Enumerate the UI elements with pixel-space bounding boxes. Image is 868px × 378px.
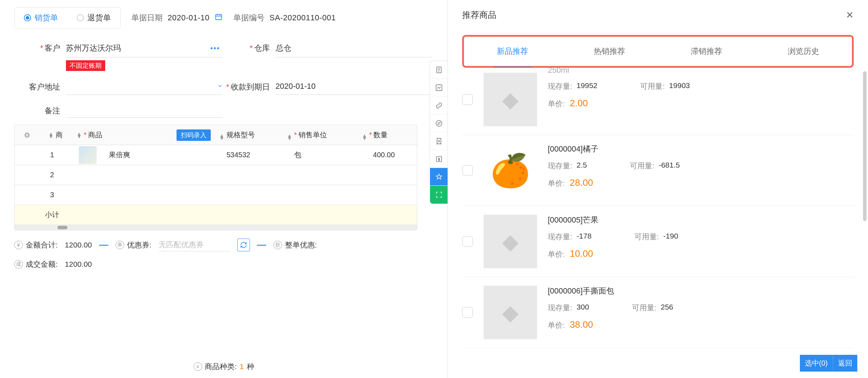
product-name: [0000006]手撕面包 — [548, 286, 854, 296]
minus-icon: — — [99, 239, 108, 250]
product-checkbox[interactable] — [462, 236, 473, 247]
remark-label: 备注 — [45, 106, 60, 115]
tool-currency-icon[interactable] — [430, 150, 448, 168]
refresh-button[interactable] — [237, 239, 250, 251]
warehouse-label: 仓库 — [254, 44, 270, 52]
product-checkbox[interactable] — [462, 165, 473, 176]
warehouse-input[interactable]: 总仓 — [276, 39, 433, 57]
tab-browse-history[interactable]: 浏览历史 — [755, 37, 852, 66]
recommend-panel: 推荐商品 ✕ 新品推荐 热销推荐 滞销推荐 浏览历史 ◆ 250ml 现存量:1… — [448, 0, 868, 378]
available-value: -190 — [663, 232, 678, 242]
price-label: 单价: — [548, 178, 565, 188]
sort-icon[interactable]: ▲▼ — [287, 134, 292, 140]
tab-return-label: 退货单 — [87, 12, 111, 23]
product-list: ◆ 250ml 现存量:19952 可用量:19903 单价:2.00 🍊 [0… — [448, 64, 868, 378]
stock-value: 300 — [577, 303, 589, 313]
stock-value: 2.5 — [577, 161, 587, 171]
tab-sales-order[interactable]: 销货单 — [15, 7, 67, 28]
col-unit: 销售单位 — [298, 131, 327, 139]
recommend-tabs-highlight: 新品推荐 热销推荐 滞销推荐 浏览历史 — [462, 35, 854, 68]
close-icon[interactable]: ✕ — [846, 10, 854, 21]
radio-selected-icon — [24, 14, 31, 21]
gear-icon[interactable]: ⚙ — [24, 131, 30, 139]
more-icon[interactable]: ••• — [210, 44, 220, 52]
tool-star-icon[interactable] — [430, 168, 448, 186]
product-image: ◆ — [484, 286, 537, 339]
tool-notes-icon[interactable] — [430, 61, 448, 79]
tool-transfer-icon[interactable] — [430, 114, 448, 132]
stock-label: 现存量: — [548, 303, 572, 313]
radio-unselected-icon — [77, 14, 84, 21]
list-item[interactable]: ◆ [0000006]手撕面包 现存量:300 可用量:256 单价:38.00 — [462, 277, 854, 348]
customer-label: 客户 — [45, 44, 60, 52]
stock-value: 19952 — [577, 81, 597, 91]
available-value: 19903 — [669, 81, 690, 91]
discount-icon: 折 — [274, 241, 282, 249]
tab-slow-products[interactable]: 滞销推荐 — [658, 37, 755, 66]
price-value: 10.00 — [570, 248, 593, 259]
sort-icon[interactable]: ▲▼ — [219, 134, 224, 140]
price-value: 2.00 — [570, 98, 588, 109]
available-label: 可用量: — [630, 161, 654, 171]
selected-count-button[interactable]: 选中(0) — [800, 355, 833, 372]
product-image: ◆ — [484, 215, 537, 268]
product-image: 🍊 — [484, 144, 537, 197]
tab-hot-products[interactable]: 热销推荐 — [561, 37, 658, 66]
tool-expand-icon[interactable] — [430, 186, 448, 204]
svg-point-3 — [436, 120, 442, 126]
available-value: -681.5 — [659, 161, 680, 171]
minus-icon: — — [257, 239, 266, 250]
order-type-tabs: 销货单 退货单 — [14, 7, 121, 29]
svg-rect-0 — [215, 15, 221, 20]
available-value: 256 — [661, 303, 673, 313]
customer-value: 苏州万达沃尔玛 — [66, 43, 121, 53]
list-item[interactable]: ◆ 250ml 现存量:19952 可用量:19903 单价:2.00 — [462, 64, 854, 135]
vertical-scrollbar[interactable] — [863, 71, 867, 221]
tool-receipt-icon[interactable] — [430, 132, 448, 150]
available-label: 可用量: — [640, 81, 665, 91]
col-qty: 数量 — [373, 131, 388, 139]
available-label: 可用量: — [634, 232, 659, 242]
tool-link-icon[interactable] — [430, 97, 448, 114]
final-value: 1200.00 — [65, 260, 92, 269]
chevron-down-icon[interactable] — [217, 82, 223, 91]
price-label: 单价: — [548, 99, 565, 109]
product-checkbox[interactable] — [462, 307, 473, 318]
customer-input[interactable]: 苏州万达沃尔玛 ••• — [66, 39, 223, 57]
coupon-input[interactable]: 无匹配优惠券 — [159, 238, 230, 251]
sort-icon[interactable]: ▲▼ — [77, 132, 82, 138]
scan-input-button[interactable]: 扫码录入 — [177, 129, 211, 141]
tool-chart-icon[interactable] — [430, 79, 448, 97]
customer-badge: 不固定账期 — [66, 60, 105, 71]
horizontal-scrollbar[interactable] — [15, 225, 417, 230]
doc-date-value[interactable]: 2020-01-10 — [168, 13, 210, 22]
calendar-icon[interactable] — [215, 13, 223, 23]
doc-date-label: 单据日期 — [131, 12, 163, 23]
final-label: 成交金额: — [26, 259, 58, 269]
table-row[interactable]: 1 果倍爽 534532 包 400.00 — [15, 145, 417, 165]
final-icon: 成 — [14, 260, 23, 269]
remark-input[interactable] — [66, 102, 223, 118]
available-label: 可用量: — [632, 303, 657, 313]
product-name: [0000005]芒果 — [548, 215, 854, 225]
sales-order-panel: 销货单 退货单 单据日期 2020-01-10 单据编号 SA-20200110… — [0, 0, 448, 378]
product-checkbox[interactable] — [462, 94, 473, 105]
table-row[interactable]: 2 — [15, 165, 417, 185]
tab-new-products[interactable]: 新品推荐 — [464, 37, 561, 66]
list-item[interactable]: 🍊 [0000004]橘子 现存量:2.5 可用量:-681.5 单价:28.0… — [462, 135, 854, 206]
sort-icon[interactable]: ▲▼ — [362, 134, 367, 140]
yen-icon: ¥ — [14, 241, 23, 249]
due-date-input[interactable]: 2020-01-10 — [276, 78, 433, 95]
order-items-table: ⚙ ▲▼商 ▲▼ *商品 扫码录入 ▲▼规格型号 ▲▼*销售单位 ▲▼*数量 1 — [14, 125, 417, 230]
table-row[interactable]: 3 — [15, 185, 417, 205]
address-input[interactable] — [66, 78, 223, 95]
sort-icon[interactable]: ▲▼ — [48, 132, 53, 138]
discount-label: 整单优惠: — [285, 240, 317, 250]
product-name: [0000004]橘子 — [548, 144, 854, 154]
list-item[interactable]: ◆ [0000005]芒果 现存量:-178 可用量:-190 单价:10.00 — [462, 206, 854, 277]
price-value: 38.00 — [570, 319, 593, 330]
back-button[interactable]: 返回 — [833, 355, 857, 372]
product-thumbnail — [79, 146, 97, 164]
tab-return-order[interactable]: 退货单 — [67, 7, 120, 28]
product-name: 250ml — [548, 66, 854, 75]
